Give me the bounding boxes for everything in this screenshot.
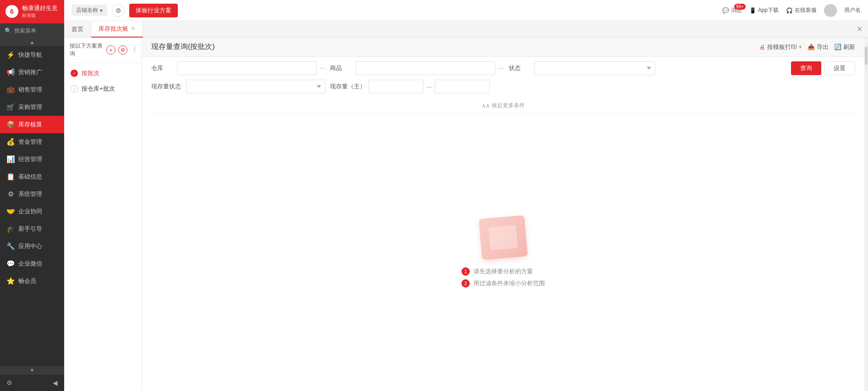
- operations-icon: 📊: [6, 155, 15, 163]
- sidebar-scroll-up[interactable]: ▲: [0, 38, 64, 46]
- print-label: 按模板打印: [767, 43, 797, 51]
- sidebar-logo: 6: [5, 5, 18, 18]
- sidebar-brand-name: 畅康通好生意: [22, 5, 58, 12]
- tab-home[interactable]: 首页: [64, 21, 91, 38]
- sidebar-search[interactable]: 🔍 搜索菜单: [0, 23, 64, 38]
- sidebar-item-quicknav[interactable]: ⚡ 快捷导航: [0, 46, 64, 64]
- filter-row-2: 现存量状态 现存量（主） —: [151, 80, 855, 93]
- sidebar-item-enterprise[interactable]: 🤝 企业协同: [0, 203, 64, 220]
- scheme-inactive-indicator: ○: [71, 85, 78, 92]
- main-area: 店铺名称 ▾ ⚙ 体验行业方案 💬 消息 99+ 📱 App下载 🎧 在线客服: [64, 0, 868, 391]
- collapse-more-btn[interactable]: ∧∧ 收起更多条件: [151, 98, 855, 114]
- add-scheme-btn[interactable]: +: [106, 45, 115, 54]
- status-select[interactable]: [534, 61, 655, 75]
- sidebar-item-sales[interactable]: 💼 销售管理: [0, 81, 64, 98]
- export-label: 导出: [817, 43, 829, 51]
- app-download-btn[interactable]: 📱 App下载: [749, 6, 779, 14]
- scheme-item-batch[interactable]: ✓ 按批次: [64, 65, 142, 81]
- topbar-right: 💬 消息 99+ 📱 App下载 🎧 在线客服 用户名: [722, 4, 861, 17]
- topbar-gear-btn[interactable]: ⚙: [112, 4, 125, 17]
- right-scrollbar[interactable]: [864, 38, 868, 391]
- print-icon: 🖨: [759, 43, 765, 50]
- service-icon: 🎧: [786, 7, 793, 14]
- stock-qty-min[interactable]: [368, 80, 423, 93]
- trial-button[interactable]: 体验行业方案: [129, 4, 178, 17]
- refresh-btn[interactable]: 🔄 刷新: [834, 43, 855, 51]
- hint-num-1: 1: [461, 267, 470, 276]
- enterprise-icon: 🤝: [6, 207, 15, 216]
- store-name: 店铺名称: [76, 6, 98, 14]
- sidebar-item-label: 畅会员: [18, 277, 36, 285]
- product-input[interactable]: [356, 61, 495, 75]
- message-icon: 💬: [722, 7, 729, 14]
- set-button[interactable]: 设置: [824, 61, 855, 75]
- sidebar-item-marketing[interactable]: 📢 营销推广: [0, 64, 64, 81]
- sidebar-item-system[interactable]: ⚙ 系统管理: [0, 185, 64, 203]
- scheme-item-warehouse-batch[interactable]: ○ 按仓库+批次: [64, 81, 142, 97]
- scheme-item-label: 按仓库+批次: [82, 85, 115, 93]
- warehouse-input[interactable]: [177, 61, 317, 75]
- user-avatar[interactable]: [824, 4, 837, 17]
- product-filter: 商品 ···: [330, 61, 504, 75]
- empty-box-inner: [489, 225, 518, 250]
- messages-btn[interactable]: 💬 消息 99+: [722, 6, 742, 14]
- online-service-btn[interactable]: 🎧 在线客服: [786, 6, 817, 14]
- member-icon: ⭐: [6, 277, 15, 285]
- tab-inventory-batch[interactable]: 库存批次账 ✕: [91, 21, 143, 38]
- sidebar-item-label: 经营管理: [18, 155, 42, 163]
- sidebar-item-operations[interactable]: 📊 经营管理: [0, 151, 64, 168]
- warehouse-more-btn[interactable]: ···: [319, 64, 325, 72]
- page-title: 现存量查询(按批次): [151, 42, 215, 52]
- sidebar-item-finance[interactable]: 💰 资金管理: [0, 133, 64, 151]
- app-download-label: App下载: [758, 6, 779, 14]
- sidebar-item-wechat[interactable]: 💬 企业微信: [0, 255, 64, 272]
- sidebar-item-newuser[interactable]: 🎓 新手引导: [0, 220, 64, 238]
- collapse-more-label: 收起更多条件: [492, 102, 525, 109]
- sidebar-item-label: 系统管理: [18, 190, 42, 198]
- left-panel-collapse-btn[interactable]: 《: [130, 46, 136, 54]
- status-filter-label: 状态: [509, 64, 532, 72]
- page-header: 现存量查询(按批次) 🖨 按模板打印 ▾ 📤 导出 🔄 刷新: [142, 38, 864, 57]
- scheme-item-label: 按批次: [82, 69, 99, 77]
- sidebar-scroll-down[interactable]: ▼: [0, 366, 64, 374]
- sidebar-item-label: 销售管理: [18, 86, 42, 94]
- refresh-icon: 🔄: [834, 43, 841, 50]
- stock-qty-max[interactable]: [435, 80, 490, 93]
- stock-status-select[interactable]: [186, 80, 325, 93]
- right-panel: 现存量查询(按批次) 🖨 按模板打印 ▾ 📤 导出 🔄 刷新: [142, 38, 864, 391]
- wechat-icon: 💬: [6, 260, 15, 268]
- sidebar-item-inventory[interactable]: 📦 库存核算: [0, 116, 64, 133]
- content-area: 按以下方案查询 + ⚙ 《 ✓ 按批次: [64, 38, 868, 391]
- query-button[interactable]: 查询: [791, 61, 821, 75]
- scheme-settings-btn[interactable]: ⚙: [118, 45, 127, 54]
- inventory-icon: 📦: [6, 120, 15, 129]
- sidebar-item-purchase[interactable]: 🛒 采购管理: [0, 98, 64, 116]
- sidebar-item-label: 企业协同: [18, 207, 42, 216]
- chevron-up-icon: ∧∧: [482, 103, 490, 109]
- store-selector[interactable]: 店铺名称 ▾: [71, 5, 107, 16]
- sidebar-item-label: 库存核算: [18, 120, 42, 129]
- basics-icon: 📋: [6, 173, 15, 181]
- sidebar-item-basics[interactable]: 📋 基础信息: [0, 168, 64, 185]
- filter-actions: 查询 设置: [791, 61, 855, 75]
- empty-box-graphic: [478, 215, 527, 260]
- sidebar-item-member[interactable]: ⭐ 畅会员: [0, 272, 64, 290]
- sidebar-item-apps[interactable]: 🔧 应用中心: [0, 238, 64, 255]
- footer-collapse-btn[interactable]: ◀: [53, 379, 58, 386]
- search-label: 搜索菜单: [14, 27, 36, 35]
- purchase-icon: 🛒: [6, 103, 15, 111]
- user-name: 用户名: [844, 6, 861, 14]
- stock-qty-label: 现存量（主）: [330, 82, 366, 91]
- footer-settings-btn[interactable]: ⚙: [6, 379, 12, 386]
- page-actions: 🖨 按模板打印 ▾ 📤 导出 🔄 刷新: [759, 43, 855, 51]
- tab-inventory-batch-label: 库存批次账: [99, 25, 128, 33]
- empty-hint-2: 2 用过滤条件来缩小分析范围: [461, 279, 545, 288]
- print-btn[interactable]: 🖨 按模板打印 ▾: [759, 43, 802, 51]
- range-dash: —: [426, 83, 432, 90]
- product-more-btn[interactable]: ···: [498, 64, 504, 72]
- tab-panel-close-btn[interactable]: ✕: [851, 25, 868, 33]
- tab-close-btn[interactable]: ✕: [131, 26, 135, 32]
- print-dropdown-icon: ▾: [799, 43, 802, 50]
- marketing-icon: 📢: [6, 68, 15, 76]
- export-btn[interactable]: 📤 导出: [808, 43, 829, 51]
